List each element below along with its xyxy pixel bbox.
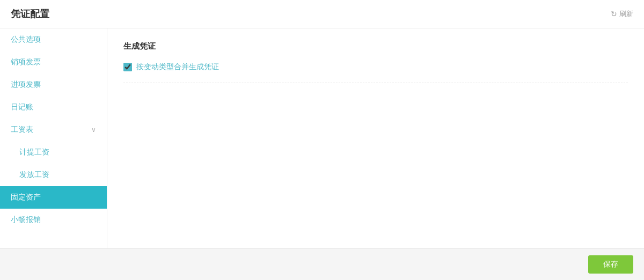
sidebar-item-journal[interactable]: 日记账 [0,96,107,119]
sidebar-item-label: 日记账 [11,102,33,112]
content-area: 生成凭证 按变动类型合并生成凭证 [107,28,644,248]
page-footer: 保存 [0,248,644,280]
refresh-label: 刷新 [619,9,633,19]
sidebar-item-public-options[interactable]: 公共选项 [0,28,107,51]
section-title: 生成凭证 [123,41,628,51]
page-wrapper: 凭证配置 ↻ 刷新 公共选项 销项发票 进项发票 日记账 工资表 ∨ [0,0,644,280]
main-content: 公共选项 销项发票 进项发票 日记账 工资表 ∨ 计提工资 发放工资 固定资 [0,28,644,248]
sidebar-item-label: 工资表 [11,125,33,135]
save-button[interactable]: 保存 [588,255,633,274]
chevron-down-icon: ∨ [91,126,96,134]
page-title: 凭证配置 [11,8,49,20]
refresh-button[interactable]: ↻ 刷新 [611,9,633,19]
refresh-icon: ↻ [611,10,617,18]
sidebar-item-label: 计提工资 [19,148,49,157]
sidebar-item-fixed-assets[interactable]: 固定资产 [0,186,107,209]
sidebar-item-label: 销项发票 [11,57,41,67]
sidebar-item-sales-invoice[interactable]: 销项发票 [0,51,107,73]
sidebar-item-payroll[interactable]: 工资表 ∨ [0,119,107,141]
sidebar-item-purchase-invoice[interactable]: 进项发票 [0,73,107,96]
sidebar-item-label: 发放工资 [19,170,49,180]
page-header: 凭证配置 ↻ 刷新 [0,0,644,28]
section-divider [123,83,628,83]
sidebar-item-expense-reimbursement[interactable]: 小畅报销 [0,209,107,231]
checkbox-label[interactable]: 按变动类型合并生成凭证 [136,62,219,72]
sidebar-item-label: 小畅报销 [11,215,41,225]
sidebar-item-label: 固定资产 [11,193,41,202]
sidebar-item-accrual-payroll[interactable]: 计提工资 [0,141,107,164]
sidebar-item-label: 进项发票 [11,80,41,90]
merge-by-type-checkbox[interactable] [123,63,132,71]
checkbox-row: 按变动类型合并生成凭证 [123,62,628,72]
sidebar: 公共选项 销项发票 进项发票 日记账 工资表 ∨ 计提工资 发放工资 固定资 [0,28,107,248]
sidebar-item-label: 公共选项 [11,35,41,45]
sidebar-item-pay-payroll[interactable]: 发放工资 [0,164,107,186]
